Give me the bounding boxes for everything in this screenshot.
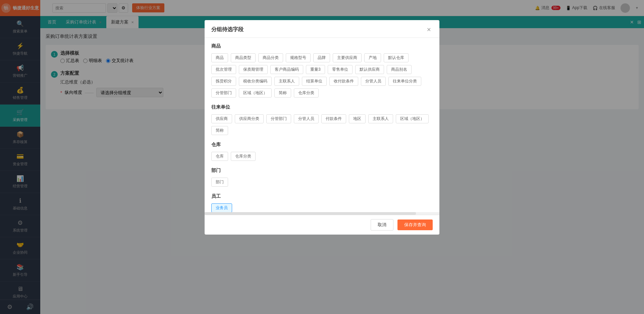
field-partner-contact[interactable]: 主联系人 [368, 114, 393, 123]
section-department: 部门 部门 [211, 168, 433, 187]
field-spec-type[interactable]: 规格型号 [286, 53, 311, 62]
field-batch-mgmt[interactable]: 批次管理 [211, 65, 236, 74]
field-manager[interactable]: 分管人员 [361, 77, 386, 86]
modal-close-button[interactable]: ✕ [425, 25, 433, 34]
field-supplier[interactable]: 供应商 [211, 114, 232, 123]
field-warehouse[interactable]: 仓库 [211, 152, 228, 161]
field-settlement-unit[interactable]: 结算单位 [302, 77, 327, 86]
section-employee-fields: 业务员 [211, 203, 433, 212]
field-origin[interactable]: 产地 [364, 53, 381, 62]
field-default-warehouse[interactable]: 默认仓库 [384, 53, 409, 62]
field-expiry-mgmt[interactable]: 保质期管理 [239, 65, 268, 74]
section-partner-title: 往来单位 [211, 104, 433, 110]
field-main-supplier[interactable]: 主要供应商 [333, 53, 362, 62]
field-partner-dept[interactable]: 分管部门 [266, 114, 291, 123]
close-icon: ✕ [427, 26, 431, 33]
field-product[interactable]: 商品 [211, 53, 228, 62]
section-department-title: 部门 [211, 168, 433, 174]
field-pick-score[interactable]: 拣货积分 [211, 77, 236, 86]
field-product-category[interactable]: 商品分类 [258, 53, 283, 62]
section-warehouse-fields: 仓库 仓库分类 [211, 152, 433, 161]
modal-footer: 取消 保存并查询 [205, 215, 439, 235]
section-product-title: 商品 [211, 43, 433, 49]
field-customer-sku[interactable]: 客户商品编码 [270, 65, 303, 74]
modal-overlay: 分组待选字段 ✕ 商品 商品 商品类型 商品分类 规格型号 品牌 主要供应商 产… [0, 0, 644, 314]
field-salesperson[interactable]: 业务员 [211, 203, 232, 212]
field-payment-cond[interactable]: 付款条件 [321, 114, 346, 123]
field-main-contact[interactable]: 主联系人 [274, 77, 299, 86]
field-partner-manager[interactable]: 分管人员 [294, 114, 319, 123]
field-selection-modal: 分组待选字段 ✕ 商品 商品 商品类型 商品分类 规格型号 品牌 主要供应商 产… [205, 20, 439, 235]
field-partner-short[interactable]: 简称 [211, 126, 228, 135]
hscrollbar-track [205, 212, 439, 215]
field-dept[interactable]: 分管部门 [211, 88, 236, 98]
field-brand[interactable]: 品牌 [313, 53, 330, 62]
modal-header: 分组待选字段 ✕ [205, 20, 439, 38]
field-region[interactable]: 区域（地区） [239, 88, 272, 98]
field-partner-category[interactable]: 往来单位分类 [388, 77, 421, 86]
modal-hscrollbar[interactable] [205, 212, 439, 215]
section-warehouse-title: 仓库 [211, 142, 433, 148]
field-retail-unit[interactable]: 零售单位 [328, 65, 353, 74]
section-employee-title: 员工 [211, 193, 433, 199]
section-product: 商品 商品 商品类型 商品分类 规格型号 品牌 主要供应商 产地 默认仓库 批次… [211, 43, 433, 98]
field-default-supplier[interactable]: 默认供应商 [355, 65, 384, 74]
field-department[interactable]: 部门 [211, 178, 228, 187]
section-department-fields: 部门 [211, 178, 433, 187]
field-product-alias[interactable]: 商品别名 [387, 65, 412, 74]
modal-body: 商品 商品 商品类型 商品分类 规格型号 品牌 主要供应商 产地 默认仓库 批次… [205, 38, 439, 212]
modal-title: 分组待选字段 [211, 26, 244, 33]
field-warehouse-cat[interactable]: 仓库分类 [294, 88, 319, 98]
section-employee: 员工 业务员 [211, 193, 433, 212]
field-payment-terms[interactable]: 收付款条件 [329, 77, 358, 86]
section-partner-fields: 供应商 供应商分类 分管部门 分管人员 付款条件 地区 主联系人 区域（地区） … [211, 114, 433, 135]
hscrollbar-thumb[interactable] [205, 212, 416, 215]
save-button[interactable]: 保存并查询 [397, 219, 433, 230]
field-warehouse-category[interactable]: 仓库分类 [231, 152, 256, 161]
field-supplier-category[interactable]: 供应商分类 [235, 114, 264, 123]
cancel-button[interactable]: 取消 [371, 219, 393, 231]
field-partner-region[interactable]: 区域（地区） [396, 114, 429, 123]
section-partner: 往来单位 供应商 供应商分类 分管部门 分管人员 付款条件 地区 主联系人 区域… [211, 104, 433, 135]
field-product-type[interactable]: 商品类型 [231, 53, 256, 62]
field-short-name[interactable]: 简称 [274, 88, 291, 98]
field-tax-code[interactable]: 税收分类编码 [239, 77, 272, 86]
field-area[interactable]: 地区 [349, 114, 366, 123]
section-product-fields: 商品 商品类型 商品分类 规格型号 品牌 主要供应商 产地 默认仓库 批次管理 … [211, 53, 433, 98]
section-warehouse: 仓库 仓库 仓库分类 [211, 142, 433, 161]
field-weight3[interactable]: 重量3 [306, 65, 325, 74]
